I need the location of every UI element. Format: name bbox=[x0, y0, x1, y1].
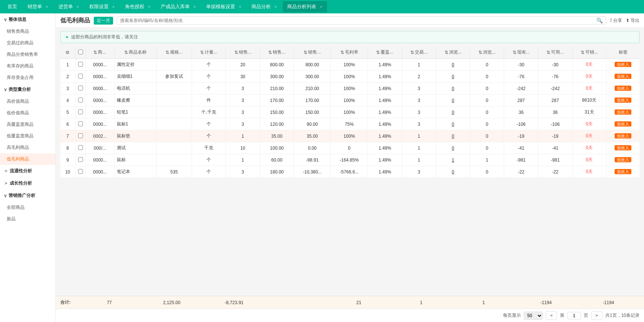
share-button[interactable]: ⤴ 分享 bbox=[610, 17, 622, 24]
th-code[interactable]: ⇅商... bbox=[86, 46, 114, 59]
th-transactions[interactable]: ⇅交易... bbox=[402, 46, 436, 59]
row-checkbox-cell[interactable] bbox=[75, 83, 86, 95]
row-checkbox-cell[interactable] bbox=[75, 95, 86, 106]
th-tag[interactable]: 标签 bbox=[606, 46, 640, 59]
th-unit[interactable]: ⇅计量... bbox=[192, 46, 226, 59]
search-input[interactable] bbox=[120, 18, 596, 23]
tag-badge: 低收入 bbox=[615, 109, 631, 115]
row-checkbox-cell[interactable] bbox=[75, 142, 86, 154]
table-area[interactable]: ⚙ ⇅商... ⇅商品名称 ⇅规格... ⇅计量... ⇅销售... ⇅销售..… bbox=[56, 46, 644, 296]
tag-badge: 低收入 bbox=[615, 157, 631, 162]
nav-role[interactable]: 角色授权 × bbox=[121, 1, 155, 12]
nav-sales[interactable]: 销货单 × bbox=[23, 1, 52, 12]
row-checkbox-cell[interactable] bbox=[75, 59, 86, 71]
page-input[interactable] bbox=[567, 312, 581, 319]
th-sellable[interactable]: ⇅可销... bbox=[572, 46, 606, 59]
export-button[interactable]: ⬆ 导出 bbox=[626, 17, 640, 24]
row-checkbox[interactable] bbox=[78, 86, 83, 90]
sidebar-item-new-products[interactable]: 新品 bbox=[0, 213, 55, 225]
content-area: 低毛利商品 近一月 🔍 ⤴ 分享 ⬆ 导出 ✦ 这部分商品的利润非常低，请关注 bbox=[56, 13, 644, 322]
row-checkbox[interactable] bbox=[78, 157, 83, 162]
nav-purchase[interactable]: 进货单 × bbox=[54, 1, 83, 12]
sidebar-group-overall[interactable]: ∨ 整体信息 bbox=[0, 13, 55, 26]
time-tag-button[interactable]: 近一月 bbox=[94, 17, 113, 25]
sidebar-item-high-value[interactable]: 高价值商品 bbox=[0, 96, 55, 107]
sidebar-group-type[interactable]: ∨ 类型量分析 bbox=[0, 83, 55, 96]
sidebar-item-high-margin[interactable]: 高毛利商品 bbox=[0, 142, 55, 153]
sidebar-item-capital-usage[interactable]: 库存资金占用 bbox=[0, 72, 55, 83]
nav-product-in-close[interactable]: × bbox=[193, 4, 196, 9]
row-checkbox-cell[interactable] bbox=[75, 154, 86, 166]
row-checkbox-cell[interactable] bbox=[75, 118, 86, 130]
sidebar-group-growth[interactable]: ＞ 成长性分析 bbox=[0, 177, 55, 189]
th-views1[interactable]: ⇅浏览... bbox=[436, 46, 470, 59]
nav-product-analysis[interactable]: 商品分析 × bbox=[247, 1, 281, 12]
th-name[interactable]: ⇅商品名称 bbox=[114, 46, 156, 59]
th-spec[interactable]: ⇅规格... bbox=[157, 46, 192, 59]
row-checkbox[interactable] bbox=[78, 133, 83, 138]
row-views1[interactable]: 0 bbox=[436, 106, 470, 118]
sidebar-item-low-margin[interactable]: 低毛利商品 bbox=[0, 153, 55, 165]
row-views1[interactable]: 0 bbox=[436, 166, 470, 178]
row-checkbox[interactable] bbox=[78, 98, 83, 102]
nav-sales-close[interactable]: × bbox=[46, 4, 48, 9]
sidebar-item-in-stock[interactable]: 有库存的商品 bbox=[0, 60, 55, 72]
nav-home[interactable]: 首页 bbox=[3, 1, 22, 12]
sidebar-group-flow[interactable]: ＞ 流通性分析 bbox=[0, 165, 55, 177]
nav-product-in[interactable]: 产成品入库单 × bbox=[156, 1, 200, 12]
row-views1[interactable]: 0 bbox=[436, 130, 470, 142]
th-sales-qty[interactable]: ⇅销售... bbox=[226, 46, 260, 59]
row-checkbox[interactable] bbox=[78, 145, 83, 150]
nav-product-analysis-list-close[interactable]: × bbox=[320, 4, 322, 9]
sidebar-item-low-coverage[interactable]: 低覆盖度商品 bbox=[0, 130, 55, 142]
th-available[interactable]: ⇅可用... bbox=[538, 46, 573, 59]
row-checkbox[interactable] bbox=[78, 109, 83, 114]
share-icon: ⤴ bbox=[610, 18, 612, 23]
sidebar-group-marketing[interactable]: ∨ 营销推广分析 bbox=[0, 189, 55, 202]
th-gross-rate[interactable]: ⇅毛利率 bbox=[331, 46, 368, 59]
row-checkbox[interactable] bbox=[78, 62, 83, 67]
sidebar-item-low-value[interactable]: 低价值商品 bbox=[0, 107, 55, 119]
next-page-button[interactable]: ＞ bbox=[591, 311, 602, 320]
th-checkbox[interactable] bbox=[75, 46, 86, 59]
sidebar-item-all-products[interactable]: 全部商品 bbox=[0, 202, 55, 213]
search-icon[interactable]: 🔍 bbox=[596, 17, 603, 23]
nav-role-close[interactable]: × bbox=[148, 4, 150, 9]
sidebar-item-category-rate[interactable]: 商品分类销售率 bbox=[0, 49, 55, 60]
th-settings[interactable]: ⚙ bbox=[60, 46, 75, 59]
row-checkbox[interactable] bbox=[78, 74, 83, 79]
row-views1[interactable]: 1 bbox=[436, 154, 470, 166]
th-coverage[interactable]: ⇅覆盖... bbox=[368, 46, 402, 59]
prev-page-button[interactable]: ＜ bbox=[546, 311, 557, 320]
row-checkbox[interactable] bbox=[78, 121, 83, 126]
page-label: 页 bbox=[584, 312, 588, 319]
nav-purchase-close[interactable]: × bbox=[77, 4, 79, 9]
row-views1[interactable]: 0 bbox=[436, 71, 470, 83]
sidebar-item-traded-products[interactable]: 交易过的商品 bbox=[0, 37, 55, 49]
th-sales-price[interactable]: ⇅销售... bbox=[260, 46, 294, 59]
row-checkbox-cell[interactable] bbox=[75, 130, 86, 142]
settings-icon[interactable]: ⚙ bbox=[65, 50, 70, 55]
sidebar-item-high-coverage[interactable]: 高覆盖度商品 bbox=[0, 119, 55, 130]
nav-product-analysis-close[interactable]: × bbox=[275, 4, 277, 9]
th-sales-profit[interactable]: ⇅销售... bbox=[294, 46, 331, 59]
nav-permission-close[interactable]: × bbox=[112, 4, 115, 9]
sidebar-item-sales-products[interactable]: 销售类商品 bbox=[0, 26, 55, 37]
th-current[interactable]: ⇅现有... bbox=[504, 46, 538, 59]
row-views1[interactable]: 0 bbox=[436, 142, 470, 154]
nav-template[interactable]: 单据模板设置 × bbox=[202, 1, 246, 12]
per-page-select[interactable]: 50 100 200 bbox=[524, 312, 543, 320]
row-checkbox-cell[interactable] bbox=[75, 106, 86, 118]
row-views1[interactable]: 0 bbox=[436, 59, 470, 71]
nav-permission[interactable]: 权限设置 × bbox=[85, 1, 119, 12]
row-views1[interactable]: 0 bbox=[436, 83, 470, 95]
row-views1[interactable]: 0 bbox=[436, 95, 470, 106]
select-all-checkbox[interactable] bbox=[78, 50, 83, 54]
nav-template-close[interactable]: × bbox=[239, 4, 241, 9]
row-checkbox-cell[interactable] bbox=[75, 166, 86, 178]
row-checkbox-cell[interactable] bbox=[75, 71, 86, 83]
nav-product-analysis-list[interactable]: 商品分析列表 × bbox=[283, 1, 327, 12]
row-views1[interactable]: 0 bbox=[436, 118, 470, 130]
th-views2[interactable]: ⇅浏览... bbox=[470, 46, 504, 59]
row-checkbox[interactable] bbox=[78, 169, 83, 174]
